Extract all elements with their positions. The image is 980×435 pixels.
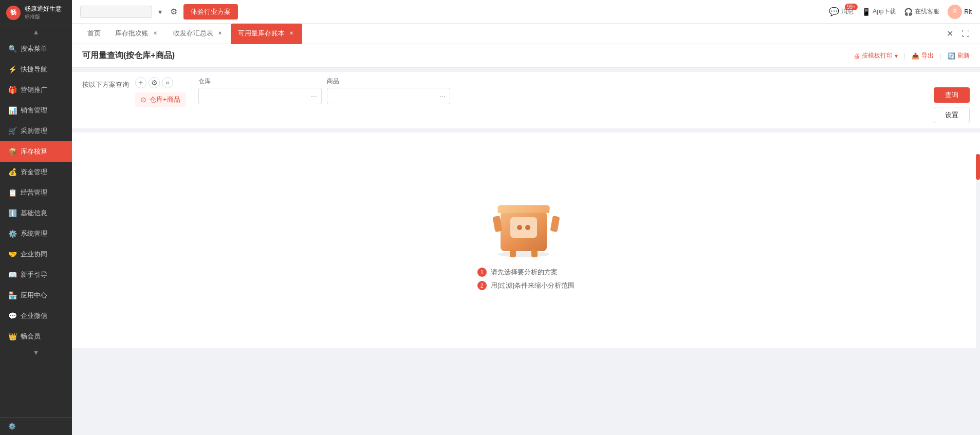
app-download-label: App下载 [873, 7, 896, 16]
goods-input[interactable] [331, 92, 439, 100]
refresh-icon: 🔄 [948, 52, 955, 60]
tip-num-1: 1 [477, 268, 487, 277]
tab-batch-accounts[interactable]: 库存批次账 ✕ [108, 24, 166, 44]
page-content: 可用量查询(按仓库+商品) 🖨 按模板打印 ▾ | 📤 导出 | 🔄 [72, 44, 980, 435]
tab-stock-summary[interactable]: 收发存汇总表 ✕ [166, 24, 231, 44]
topbar-search-input[interactable] [80, 6, 152, 18]
sidebar-item-label: 应用中心 [21, 291, 47, 300]
phone-icon: 📱 [862, 8, 871, 16]
eye-left [517, 225, 522, 230]
sidebar-item-label: 系统管理 [21, 229, 47, 238]
sidebar-scroll-up[interactable]: ▲ [0, 26, 72, 39]
store-icon: 🏪 [8, 291, 16, 299]
warehouse-input-wrap: ··· [198, 88, 322, 104]
sidebar-item-wechat[interactable]: 💬 企业微信 [0, 306, 72, 326]
illustration-box [501, 211, 547, 251]
book-icon: 📖 [8, 271, 16, 279]
user-profile[interactable]: R Rit [948, 5, 972, 19]
scheme-panel: ＋ ⚙ « ⊙ 仓库+商品 [135, 77, 186, 107]
sidebar-item-inventory[interactable]: 📦 库存核算 [0, 141, 72, 162]
sidebar: 畅 畅康通好生意 标准版 ▲ 🔍 搜索菜单 ⚡ 快捷导航 🎁 营销推广 📊 销售… [0, 0, 72, 435]
box-icon: 📦 [8, 147, 16, 156]
sidebar-item-basic[interactable]: ℹ️ 基础信息 [0, 203, 72, 223]
clipboard-icon: 📋 [8, 188, 16, 197]
sidebar-item-marketing[interactable]: 🎁 营销推广 [0, 80, 72, 100]
leg-left [510, 250, 516, 257]
tab-maximize-btn[interactable]: ⛶ [959, 27, 972, 41]
chat-icon: 💬 [8, 312, 16, 320]
sidebar-item-label: 库存核算 [21, 147, 47, 156]
sidebar-item-operations[interactable]: 📋 经营管理 [0, 182, 72, 203]
export-btn[interactable]: 📤 导出 [912, 51, 934, 60]
tip-text-1: 请先选择要分析的方案 [491, 268, 558, 277]
filter-field-goods: 商品 ··· [327, 77, 450, 104]
right-scrollbar-thumb[interactable] [976, 154, 980, 180]
sidebar-item-system[interactable]: ⚙️ 系统管理 [0, 223, 72, 244]
sidebar-item-sales[interactable]: 📊 销售管理 [0, 100, 72, 121]
refresh-btn[interactable]: 🔄 刷新 [948, 51, 970, 60]
add-scheme-btn[interactable]: ＋ [135, 77, 146, 88]
gift-icon: 🎁 [8, 86, 16, 94]
tab-batch-accounts-close[interactable]: ✕ [152, 30, 159, 37]
settings-icon: ⚙️ [8, 423, 16, 430]
export-icon: 📤 [912, 52, 919, 60]
illustration-lid [497, 205, 549, 213]
filter-row-1: 仓库 ··· 商品 ··· [198, 77, 919, 104]
online-service-action[interactable]: 🎧 在线客服 [904, 7, 939, 16]
filter-panel-divider [192, 77, 192, 92]
filter-buttons: 查询 设置 [934, 87, 970, 123]
main-wrapper: ▾ ⚙ 体验行业方案 💬 消息 99+ 📱 App下载 🎧 在线客服 [72, 0, 980, 435]
sidebar-bottom-settings[interactable]: ⚙️ [0, 417, 72, 435]
warehouse-input[interactable] [203, 92, 311, 100]
sidebar-item-finance[interactable]: 💰 资金管理 [0, 162, 72, 182]
sidebar-item-newbie[interactable]: 📖 新手引导 [0, 264, 72, 285]
sidebar-item-membership[interactable]: 👑 畅会员 [0, 326, 72, 347]
filter-field-warehouse: 仓库 ··· [198, 77, 322, 104]
topbar-gear-btn[interactable]: ⚙ [168, 5, 179, 18]
query-btn[interactable]: 查询 [934, 87, 970, 103]
app-logo: 畅 [6, 6, 21, 20]
topbar-dropdown-btn[interactable]: ▾ [156, 6, 164, 18]
online-service-label: 在线客服 [915, 7, 939, 16]
empty-tip-2: 2 用[过滤]条件来缩小分析范围 [477, 281, 575, 290]
goods-more-btn[interactable]: ··· [439, 92, 446, 100]
settings-btn[interactable]: 设置 [934, 107, 970, 123]
edit-scheme-btn[interactable]: ⚙ [149, 77, 160, 88]
sidebar-item-label: 企业协同 [21, 250, 47, 259]
sidebar-item-purchase[interactable]: 🛒 采购管理 [0, 121, 72, 141]
tabs-bar: 首页 库存批次账 ✕ 收发存汇总表 ✕ 可用量库存账本 ✕ ✕ ⛶ [72, 24, 980, 44]
main-content: ▾ ⚙ 体验行业方案 💬 消息 99+ 📱 App下载 🎧 在线客服 [72, 0, 980, 435]
sidebar-scroll-down[interactable]: ▼ [0, 347, 72, 359]
topbar-actions: 💬 消息 99+ 📱 App下载 🎧 在线客服 R Rit [829, 5, 972, 19]
export-label: 导出 [921, 51, 934, 60]
sidebar-item-quick-nav[interactable]: ⚡ 快捷导航 [0, 59, 72, 80]
empty-tip-1: 1 请先选择要分析的方案 [477, 268, 575, 277]
tab-stock-summary-label: 收发存汇总表 [173, 29, 213, 38]
message-action[interactable]: 💬 消息 99+ [829, 7, 854, 16]
arm-right [550, 216, 560, 232]
sidebar-item-search[interactable]: 🔍 搜索菜单 [0, 39, 72, 59]
warehouse-more-btn[interactable]: ··· [311, 92, 317, 100]
tab-available-stock[interactable]: 可用量库存账本 ✕ [231, 24, 302, 44]
sidebar-item-label: 快捷导航 [21, 65, 47, 74]
industry-btn[interactable]: 体验行业方案 [183, 4, 238, 20]
refresh-label: 刷新 [957, 51, 970, 60]
tab-stock-summary-close[interactable]: ✕ [216, 30, 224, 37]
tab-close-all-btn[interactable]: ✕ [945, 27, 955, 41]
sidebar-item-apps[interactable]: 🏪 应用中心 [0, 285, 72, 306]
tab-batch-accounts-label: 库存批次账 [115, 29, 149, 38]
app-download-action[interactable]: 📱 App下载 [862, 7, 896, 16]
sidebar-item-enterprise[interactable]: 🤝 企业协同 [0, 244, 72, 264]
tab-available-stock-close[interactable]: ✕ [288, 30, 295, 37]
search-icon: 🔍 [8, 45, 16, 53]
filter-panel: 按以下方案查询 ＋ ⚙ « ⊙ 仓库+商品 [72, 72, 980, 128]
scheme-item-warehouse-goods[interactable]: ⊙ 仓库+商品 [135, 92, 186, 107]
collapse-scheme-btn[interactable]: « [162, 77, 173, 88]
sidebar-item-label: 新手引导 [21, 270, 47, 279]
tab-home[interactable]: 首页 [80, 24, 108, 44]
tab-home-label: 首页 [87, 29, 101, 38]
info-icon: ℹ️ [8, 209, 16, 217]
print-template-btn[interactable]: 🖨 按模板打印 ▾ [854, 51, 898, 60]
page-title: 可用量查询(按仓库+商品) [82, 50, 175, 61]
chart-icon: 📊 [8, 106, 16, 115]
